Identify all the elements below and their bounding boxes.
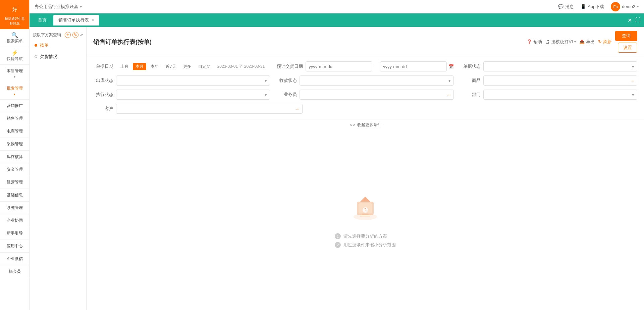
top-right: 💬 消息 📱 App下载 Ea demo2 ▾ [558, 2, 639, 11]
customer-ellipsis-icon: ··· [296, 106, 300, 111]
tip-text-2: 用过滤条件来缩小分析范围 [343, 241, 396, 249]
exec-select[interactable]: ▾ [116, 90, 270, 100]
tip-text-1: 请先选择要分析的方案 [343, 232, 387, 241]
sidebar-item-sales[interactable]: 销售管理 [0, 112, 29, 125]
status-dropdown-icon: ▾ [632, 64, 634, 69]
tab-home-label: 首页 [38, 17, 47, 23]
date-tab-more[interactable]: 更多 [180, 63, 194, 70]
out-status-label: 出库状态 [93, 78, 113, 84]
breadcrumb-dropdown-icon[interactable]: ▾ [80, 4, 82, 9]
sidebar-quick[interactable]: ⚡ 快捷导航 [0, 47, 29, 65]
print-button[interactable]: 🖨 按模板打印 ▾ [545, 39, 576, 45]
collapse-bar[interactable]: ∧∧ 收起更多条件 [87, 119, 644, 131]
sidebar-item-marketing[interactable]: 营销推广 [0, 100, 29, 112]
right-panel: 销售订单执行表(按单) ❓ 帮助 🖨 按模板打印 ▾ 📤 导出 [87, 27, 644, 310]
message-button[interactable]: 💬 消息 [558, 4, 574, 10]
tip-num-2: 2 [335, 242, 341, 248]
tab-close-icon[interactable]: × [92, 18, 94, 22]
sidebar-item-retail[interactable]: 零售管理 ▾ [0, 65, 29, 82]
logo-icon: 好 [9, 3, 21, 15]
scheme-item-backorder[interactable]: 欠货情况 [30, 51, 86, 62]
export-button[interactable]: 📤 导出 [579, 39, 595, 45]
expected-date-label: 预计交货日期 [277, 63, 303, 69]
salesman-ellipsis-icon: ··· [447, 92, 451, 97]
add-scheme-icon[interactable]: + [65, 32, 71, 38]
scheme-item-order[interactable]: 按单 [30, 40, 86, 51]
customer-select[interactable]: ··· [116, 104, 303, 114]
sidebar-item-finance[interactable]: 资金管理 [0, 163, 29, 176]
message-icon: 💬 [558, 4, 564, 9]
date-tab-7days[interactable]: 近7天 [163, 63, 179, 70]
sidebar-item-inventory[interactable]: 库存核算 [0, 151, 29, 163]
help-button[interactable]: ❓ 帮助 [527, 39, 542, 45]
scheme-backorder-label: 欠货情况 [40, 54, 57, 60]
query-button[interactable]: 查询 [615, 31, 637, 41]
expected-date-start[interactable] [306, 61, 372, 71]
ecommerce-label: 电商管理 [7, 128, 23, 134]
window-maximize-icon[interactable]: ⛶ [635, 17, 641, 23]
sidebar-item-appstore[interactable]: 应用中心 [0, 240, 29, 253]
window-close-icon[interactable]: ✕ [628, 17, 632, 23]
outbound-dropdown-icon: ▾ [265, 78, 267, 83]
user-dropdown-icon: ▾ [637, 4, 639, 9]
expected-date-end[interactable] [380, 61, 447, 71]
sidebar-item-wholesale[interactable]: 批发管理 ▴ [0, 82, 29, 100]
salesman-select[interactable]: ··· [300, 90, 453, 100]
filter-row-2: 出库状态 ▾ 收款状态 ▾ 商品 [93, 75, 637, 86]
sidebar-logo[interactable]: 好 畅捷通好生意 标账版 [0, 0, 29, 29]
calendar-icon[interactable]: 📅 [448, 64, 454, 69]
newbie-label: 新手引导 [7, 230, 23, 236]
scheme-order-label: 按单 [40, 42, 49, 48]
sidebar-item-ecommerce[interactable]: 电商管理 [0, 125, 29, 138]
sidebar-search[interactable]: 🔍 搜索菜单 [0, 29, 29, 47]
settings-button[interactable]: 设置 [618, 43, 637, 53]
user-menu[interactable]: Ea demo2 ▾ [611, 2, 639, 11]
active-dot [35, 44, 37, 47]
filter-row-4: 客户 ··· [93, 104, 637, 114]
sidebar-item-basic[interactable]: 基础信息 [0, 189, 29, 202]
outbound-select[interactable]: ▾ [116, 75, 270, 86]
tip-row-2: 2 用过滤条件来缩小分析范围 [335, 241, 396, 249]
marketing-label: 营销推广 [7, 103, 23, 109]
filter-area: 单据日期 上月 本月 本年 近7天 更多 自定义 2023-03-01 至 20… [87, 56, 644, 119]
wechat-label: 企业微信 [7, 256, 23, 262]
collect-status-filter: 收款状态 ▾ [277, 75, 453, 86]
page-content: 按以下方案查询 + ✎ « 按单 欠货情况 销售订单执行表(按单) [30, 27, 644, 310]
goods-select[interactable]: ··· [483, 75, 637, 86]
edit-scheme-icon[interactable]: ✎ [72, 32, 78, 38]
svg-text:?: ? [364, 208, 367, 212]
status-select[interactable]: ▾ [483, 61, 637, 71]
date-tab-thisyear[interactable]: 本年 [148, 63, 161, 70]
dept-select[interactable]: ▾ [483, 90, 637, 100]
date-tab-lastmonth[interactable]: 上月 [118, 63, 131, 70]
date-range-text: 2023-03-01 至 2023-03-31 [217, 64, 265, 69]
refresh-button[interactable]: ↻ 刷新 [598, 39, 612, 45]
sidebar-item-member[interactable]: 畅会员 [0, 265, 29, 278]
sidebar-item-newbie[interactable]: 新手引导 [0, 227, 29, 240]
date-tab-custom[interactable]: 自定义 [196, 63, 213, 70]
sidebar-item-purchase[interactable]: 采购管理 [0, 138, 29, 151]
collapse-panel-icon[interactable]: « [80, 32, 83, 38]
collect-select[interactable]: ▾ [300, 75, 453, 86]
print-label: 按模板打印 [551, 39, 573, 45]
app-download-label: App下载 [588, 4, 604, 10]
date-tabs: 上月 本月 本年 近7天 更多 自定义 [118, 63, 213, 70]
exec-status-label: 执行状态 [93, 92, 113, 98]
sidebar-item-management[interactable]: 经营管理 [0, 176, 29, 189]
app-name: 畅捷通好生意 [5, 16, 25, 21]
sidebar-item-wechat[interactable]: 企业微信 [0, 253, 29, 265]
member-label: 畅会员 [9, 269, 21, 274]
sales-label: 销售管理 [7, 116, 23, 121]
export-icon: 📤 [579, 39, 585, 44]
tab-sales-label: 销售订单执行表 [58, 17, 89, 23]
tab-bar: 首页 销售订单执行表 × ✕ ⛶ [30, 13, 644, 27]
app-download-button[interactable]: 📱 App下载 [581, 4, 604, 10]
scheme-label: 按以下方案查询 [33, 32, 61, 38]
sidebar-item-system[interactable]: 系统管理 [0, 202, 29, 214]
date-tab-thismonth[interactable]: 本月 [133, 63, 146, 70]
tab-sales-order[interactable]: 销售订单执行表 × [53, 15, 99, 25]
sidebar-item-corp[interactable]: 企业协同 [0, 214, 29, 227]
print-dropdown-icon: ▾ [574, 40, 576, 44]
tab-home[interactable]: 首页 [33, 15, 52, 25]
customer-filter: 客户 ··· [93, 104, 637, 114]
